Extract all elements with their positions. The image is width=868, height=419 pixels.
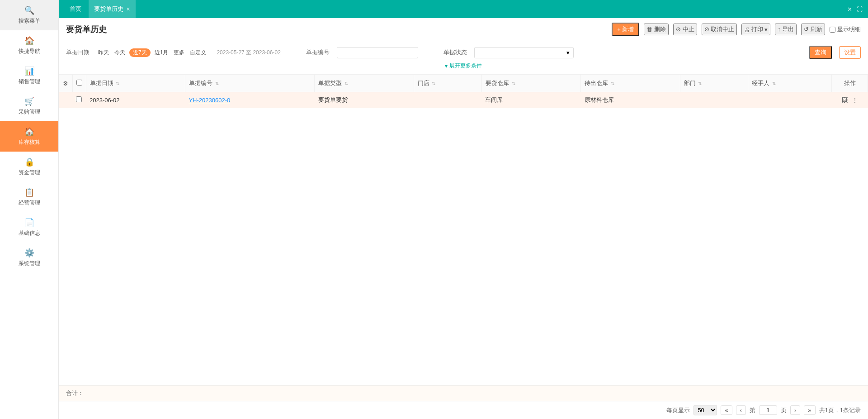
cell-type: 要货单要货 [315,92,414,108]
cell-settings [59,92,72,108]
new-button[interactable]: + 新增 [612,23,639,36]
tab-home-label: 首页 [70,5,81,13]
doc-status-select[interactable]: ▾ [474,47,574,58]
search-icon: 🔍 [24,5,34,15]
cell-req-warehouse: 车间库 [481,92,580,108]
action-more-icon[interactable]: ⋮ [852,96,858,104]
date-btn-1month[interactable]: 近1月 [153,48,170,57]
row-checkbox[interactable] [76,96,82,102]
col-handler: 经手人 ⇅ [748,75,832,92]
cancel-stop-button[interactable]: ⊘ 取消中止 [702,24,737,35]
sidebar-item-finance[interactable]: 🔒 资金管理 [0,152,58,182]
sidebar-item-system[interactable]: ⚙️ 系统管理 [0,243,58,273]
sidebar-item-label: 资金管理 [19,169,40,176]
filter-row-1: 单据日期 昨天 今天 近7天 近1月 更多 自定义 2023-05-27 至 2… [66,46,861,59]
print-icon: 🖨 [744,26,750,33]
last-page-button[interactable]: » [804,405,815,415]
cell-department [680,92,748,108]
sort-pending-warehouse-icon[interactable]: ⇅ [611,81,614,86]
select-all-checkbox[interactable] [76,80,82,86]
expand-more-button[interactable]: ▾ 展开更多条件 [66,62,861,70]
col-settings[interactable]: ⚙ [59,75,72,92]
per-page-select[interactable]: 20 50 100 [693,405,717,415]
expand-more-label: 展开更多条件 [449,62,482,70]
page-number-label: 第 [750,406,755,414]
date-btn-more[interactable]: 更多 [172,48,186,57]
page-number-input[interactable] [759,405,777,415]
col-department: 部门 ⇅ [680,75,748,92]
sort-store-icon[interactable]: ⇅ [432,81,435,86]
col-date: 单据日期 ⇅ [86,75,185,92]
sidebar-item-operations[interactable]: 📋 经营管理 [0,182,58,212]
cell-date: 2023-06-02 [86,92,185,108]
display-detail-label[interactable]: 显示明细 [837,25,861,33]
sidebar-item-label: 采购管理 [19,108,40,116]
sort-type-icon[interactable]: ⇅ [344,81,348,86]
top-bar: 首页 要货单历史 ✕ ✕ ⛶ [59,0,868,18]
sidebar-item-label: 销售管理 [19,78,40,86]
main-area: 首页 要货单历史 ✕ ✕ ⛶ 要货单历史 + 新增 🗑 删除 ⊘ 中止 ⊘ 取消… [59,0,868,419]
first-page-button[interactable]: « [721,405,732,415]
prev-page-button[interactable]: ‹ [736,405,746,415]
doc-status-label: 单据状态 [443,48,467,57]
sidebar-item-basic-info[interactable]: 📄 基础信息 [0,212,58,243]
sidebar-item-label: 搜索菜单 [19,17,40,25]
sidebar-item-quick-nav[interactable]: 🏠 快捷导航 [0,30,58,61]
requisition-table: ⚙ 单据日期 ⇅ 单据编号 ⇅ 单据类型 ⇅ 门店 ⇅ 要货仓库 ⇅ 待出仓库 … [59,75,868,108]
doc-number-input[interactable] [337,47,418,58]
delete-button[interactable]: 🗑 删除 [644,24,669,35]
sidebar-item-inventory[interactable]: 🏠 库存核算 [0,121,58,152]
cell-actions: 🖼 ⋮ [832,92,868,108]
next-page-button[interactable]: › [790,405,800,415]
close-window-icon[interactable]: ✕ [847,6,852,13]
col-pending-warehouse: 待出仓库 ⇅ [581,75,680,92]
sort-date-icon[interactable]: ⇅ [116,81,119,86]
sort-department-icon[interactable]: ⇅ [698,81,702,86]
sort-req-warehouse-icon[interactable]: ⇅ [512,81,515,86]
content: 要货单历史 + 新增 🗑 删除 ⊘ 中止 ⊘ 取消中止 🖨 🖨 打印 打印 ▾ … [59,18,868,419]
sort-handler-icon[interactable]: ⇅ [772,81,776,86]
cell-pending-warehouse: 原材料仓库 [581,92,680,108]
page-header: 要货单历史 + 新增 🗑 删除 ⊘ 中止 ⊘ 取消中止 🖨 🖨 打印 打印 ▾ … [59,18,868,41]
tab-home[interactable]: 首页 [64,0,87,18]
sidebar-item-purchase[interactable]: 🛒 采购管理 [0,91,58,121]
date-filter-buttons: 昨天 今天 近7天 近1月 更多 自定义 [97,48,208,57]
document-icon: 📄 [24,218,34,228]
pagination: 每页显示 20 50 100 « ‹ 第 页 › » 共1页，1条记录 [59,401,868,419]
maximize-window-icon[interactable]: ⛶ [857,6,863,13]
top-bar-right: ✕ ⛶ [847,6,863,13]
date-btn-today[interactable]: 今天 [113,48,127,57]
sidebar: 🔍 搜索菜单 🏠 快捷导航 📊 销售管理 🛒 采购管理 🏠 库存核算 🔒 资金管… [0,0,59,419]
export-button[interactable]: ↑ 导出 [775,24,797,35]
footer-total-label: 合计： [66,389,84,397]
page-title: 要货单历史 [66,24,107,35]
toolbar: + 新增 🗑 删除 ⊘ 中止 ⊘ 取消中止 🖨 🖨 打印 打印 ▾ ↑ 导出 ↺… [612,23,861,36]
tab-requisition-history[interactable]: 要货单历史 ✕ [89,0,136,18]
display-detail-checkbox[interactable] [830,27,835,33]
page-suffix-label: 页 [781,406,787,414]
refresh-button[interactable]: ↺ 刷新 [801,24,825,35]
col-req-warehouse: 要货仓库 ⇅ [481,75,580,92]
settings-button[interactable]: 设置 [839,46,861,59]
col-store: 门店 ⇅ [414,75,481,92]
sidebar-item-sales[interactable]: 📊 销售管理 [0,61,58,91]
home-icon: 🏠 [24,36,34,46]
print-button[interactable]: 🖨 🖨 打印 打印 ▾ [741,24,770,35]
doc-number-link[interactable]: YH-20230602-0 [189,97,230,104]
stop-button[interactable]: ⊘ 中止 [673,24,697,35]
chevron-down-icon: ▾ [445,63,448,69]
date-btn-custom[interactable]: 自定义 [189,48,208,57]
cell-checkbox [72,92,86,108]
date-range-text: 2023-05-27 至 2023-06-02 [217,49,280,57]
sort-number-icon[interactable]: ⇅ [215,81,219,86]
pagination-info: 共1页，1条记录 [819,406,861,414]
tab-close-icon[interactable]: ✕ [126,6,130,12]
lock-icon: 🔒 [24,157,34,167]
date-btn-7days[interactable]: 近7天 [129,48,151,57]
sidebar-item-search-menu[interactable]: 🔍 搜索菜单 [0,0,58,30]
sidebar-item-label: 基础信息 [19,229,40,237]
query-button[interactable]: 查询 [809,46,832,59]
date-btn-yesterday[interactable]: 昨天 [97,48,110,57]
action-view-icon[interactable]: 🖼 [841,96,848,104]
chart-icon: 📊 [24,66,34,76]
